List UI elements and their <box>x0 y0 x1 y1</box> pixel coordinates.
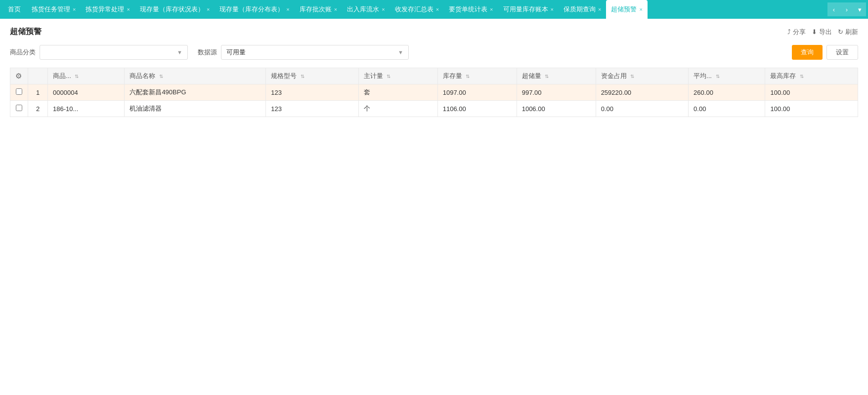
share-icon: ⤴ <box>787 28 791 36</box>
table-body: 1 0000004 六配套新昌490BPG 123 套 1097.00 997.… <box>10 84 858 117</box>
nav-arrows: ‹ › ▾ <box>827 2 866 16</box>
sort-icon-unit: ⇅ <box>387 74 391 79</box>
row-stock: 1106.00 <box>437 101 517 117</box>
nav-tab-label: 现存量（库存分布表） <box>219 5 284 14</box>
nav-tab-2[interactable]: 现存量（库存状况表）× <box>135 0 215 19</box>
sort-icon-name: ⇅ <box>159 74 163 79</box>
refresh-button[interactable]: ↻ 刷新 <box>838 28 858 37</box>
row-overstock: 1006.00 <box>517 101 596 117</box>
close-icon[interactable]: × <box>207 6 210 12</box>
close-icon[interactable]: × <box>382 6 385 12</box>
share-button[interactable]: ⤴ 分享 <box>787 28 806 37</box>
source-select[interactable]: 可用量 ▼ <box>221 45 409 60</box>
th-num <box>28 68 48 84</box>
category-select[interactable]: ▼ <box>40 45 188 60</box>
source-filter: 数据源 可用量 ▼ <box>198 45 409 60</box>
th-unit[interactable]: 主计量 ⇅ <box>358 68 437 84</box>
row-avg: 260.00 <box>689 84 765 101</box>
row-avg: 0.00 <box>689 101 765 117</box>
nav-home[interactable]: 首页 <box>2 5 27 14</box>
gear-icon[interactable]: ⚙ <box>15 72 22 80</box>
settings-button[interactable]: 设置 <box>826 45 858 60</box>
th-spec[interactable]: 规格型号 ⇅ <box>266 68 358 84</box>
th-product-name[interactable]: 商品名称 ⇅ <box>125 68 266 84</box>
nav-tab-label: 可用量库存账本 <box>503 5 548 14</box>
nav-tab-label: 现存量（库存状况表） <box>140 5 204 14</box>
nav-tab-label: 收发存汇总表 <box>395 5 434 14</box>
close-icon[interactable]: × <box>598 6 601 12</box>
close-icon[interactable]: × <box>436 6 439 12</box>
nav-tab-8[interactable]: 可用量库存账本× <box>498 0 559 19</box>
row-product-name: 机油滤清器 <box>125 101 266 117</box>
export-button[interactable]: ⬇ 导出 <box>812 28 832 37</box>
close-icon[interactable]: × <box>490 6 493 12</box>
nav-tab-7[interactable]: 要货单统计表× <box>444 0 498 19</box>
nav-tab-label: 要货单统计表 <box>449 5 487 14</box>
row-capital: 259220.00 <box>596 84 688 101</box>
nav-tab-0[interactable]: 拣货任务管理× <box>27 0 81 19</box>
row-num: 2 <box>28 101 48 117</box>
table-row: 1 0000004 六配套新昌490BPG 123 套 1097.00 997.… <box>10 84 858 101</box>
sort-icon-avg: ⇅ <box>716 74 720 79</box>
query-button[interactable]: 查询 <box>792 45 823 60</box>
table-row: 2 186-10... 机油滤清器 123 个 1106.00 1006.00 … <box>10 101 858 117</box>
close-icon[interactable]: × <box>127 6 130 12</box>
title-actions: ⤴ 分享 ⬇ 导出 ↻ 刷新 <box>787 28 858 37</box>
nav-tab-label: 拣货异常处理 <box>86 5 124 14</box>
nav-tab-9[interactable]: 保质期查询× <box>559 0 606 19</box>
row-checkbox[interactable] <box>16 105 22 111</box>
category-label: 商品分类 <box>10 48 36 57</box>
nav-tab-1[interactable]: 拣货异常处理× <box>81 0 134 19</box>
row-max-stock: 100.00 <box>765 84 858 101</box>
sort-icon-overstock: ⇅ <box>545 74 549 79</box>
page-title-row: 超储预警 ⤴ 分享 ⬇ 导出 ↻ 刷新 <box>10 27 858 37</box>
sort-icon-code: ⇅ <box>75 74 79 79</box>
source-label: 数据源 <box>198 48 217 57</box>
table-header: ⚙ 商品... ⇅ 商品名称 ⇅ 规格型号 ⇅ 主计量 ⇅ 库存量 ⇅ 超储量 … <box>10 68 858 84</box>
nav-tab-6[interactable]: 收发存汇总表× <box>390 0 444 19</box>
nav-tab-label: 超储预警 <box>611 5 637 14</box>
close-icon[interactable]: × <box>73 6 76 12</box>
nav-tab-10[interactable]: 超储预警× <box>606 0 647 19</box>
nav-tab-5[interactable]: 出入库流水× <box>342 0 390 19</box>
nav-tab-label: 拣货任务管理 <box>32 5 70 14</box>
row-stock: 1097.00 <box>437 84 517 101</box>
category-filter: 商品分类 ▼ <box>10 45 188 60</box>
th-overstock[interactable]: 超储量 ⇅ <box>517 68 596 84</box>
th-settings: ⚙ <box>10 68 28 84</box>
row-spec: 123 <box>266 84 358 101</box>
source-select-value: 可用量 <box>226 48 246 57</box>
nav-tab-3[interactable]: 现存量（库存分布表）× <box>215 0 294 19</box>
close-icon[interactable]: × <box>334 6 337 12</box>
th-avg[interactable]: 平均... ⇅ <box>689 68 765 84</box>
close-icon[interactable]: × <box>286 6 289 12</box>
refresh-icon: ↻ <box>838 28 843 36</box>
th-capital[interactable]: 资金占用 ⇅ <box>596 68 688 84</box>
row-num: 1 <box>28 84 48 101</box>
row-checkbox[interactable] <box>16 88 22 95</box>
nav-tabs: 拣货任务管理×拣货异常处理×现存量（库存状况表）×现存量（库存分布表）×库存批次… <box>27 0 827 19</box>
nav-tab-label: 出入库流水 <box>347 5 379 14</box>
row-unit: 个 <box>358 101 437 117</box>
th-stock[interactable]: 库存量 ⇅ <box>437 68 517 84</box>
close-icon[interactable]: × <box>551 6 554 12</box>
page-content: 超储预警 ⤴ 分享 ⬇ 导出 ↻ 刷新 商品分类 ▼ 数据源 <box>0 19 868 125</box>
nav-more-btn[interactable]: ▾ <box>853 2 866 16</box>
export-icon: ⬇ <box>812 28 817 36</box>
row-checkbox-cell <box>10 84 28 101</box>
row-product-code: 0000004 <box>48 84 125 101</box>
nav-tab-4[interactable]: 库存批次账× <box>295 0 342 19</box>
source-chevron-icon: ▼ <box>398 49 403 55</box>
close-icon[interactable]: × <box>639 6 642 12</box>
sort-icon-max: ⇅ <box>800 74 804 79</box>
nav-prev-btn[interactable]: ‹ <box>827 2 840 16</box>
row-max-stock: 100.00 <box>765 101 858 117</box>
sort-icon-stock: ⇅ <box>466 74 470 79</box>
th-product-code[interactable]: 商品... ⇅ <box>48 68 125 84</box>
nav-tab-label: 库存批次账 <box>300 5 332 14</box>
row-unit: 套 <box>358 84 437 101</box>
nav-next-btn[interactable]: › <box>840 2 853 16</box>
th-max-stock[interactable]: 最高库存 ⇅ <box>765 68 858 84</box>
sort-icon-capital: ⇅ <box>630 74 634 79</box>
refresh-label: 刷新 <box>845 28 858 37</box>
